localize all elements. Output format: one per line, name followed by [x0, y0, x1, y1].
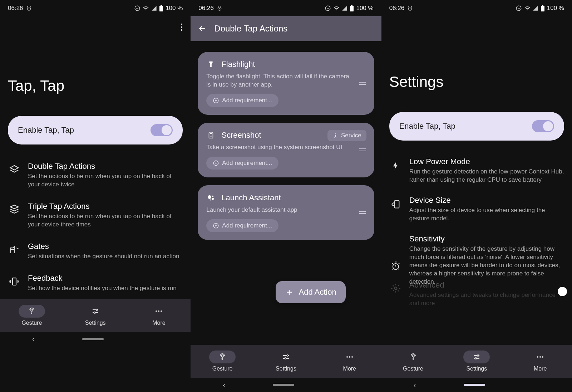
tap-icon	[28, 307, 36, 315]
back-arrow-icon[interactable]	[198, 24, 207, 33]
svg-point-31	[349, 356, 350, 358]
app-bar: Double Tap Actions	[191, 16, 381, 41]
svg-point-30	[346, 356, 348, 358]
add-requirement-chip[interactable]: Add requirement...	[206, 157, 278, 170]
svg-point-8	[31, 309, 33, 311]
status-time: 06:26	[198, 5, 214, 12]
add-action-fab[interactable]: Add Action	[276, 281, 345, 303]
svg-point-43	[475, 358, 477, 359]
svg-point-5	[181, 26, 182, 28]
system-back-icon[interactable]: ‹	[32, 335, 35, 343]
drag-handle-icon[interactable]	[359, 210, 366, 215]
appbar-title: Double Tap Actions	[214, 24, 287, 34]
status-time: 06:26	[8, 5, 23, 12]
menu-feedback[interactable]: Feedback Set how the device notifies you…	[8, 267, 183, 299]
nav-settings[interactable]: Settings	[254, 351, 318, 372]
menu-triple-tap[interactable]: Triple Tap Actions Set the actions to be…	[8, 195, 183, 235]
svg-rect-19	[209, 132, 213, 138]
action-title: Screenshot	[221, 131, 261, 140]
tap-icon	[218, 353, 227, 361]
svg-rect-17	[351, 5, 352, 6]
menu-title: Device Size	[409, 196, 564, 205]
svg-rect-37	[394, 200, 399, 208]
overflow-menu-icon[interactable]	[181, 23, 183, 31]
plus-circle-icon	[213, 97, 219, 104]
system-back-icon[interactable]: ‹	[223, 381, 225, 389]
chip-label: Service	[341, 132, 361, 139]
alarm-icon	[217, 5, 222, 11]
nav-more[interactable]: More	[318, 351, 381, 372]
svg-point-44	[537, 356, 538, 358]
system-home-pill[interactable]	[464, 384, 485, 386]
svg-rect-35	[541, 6, 544, 11]
nav-label: More	[343, 366, 356, 372]
more-icon	[154, 307, 163, 315]
menu-device-size[interactable]: Device Size Adjust the size of device to…	[389, 190, 564, 229]
menu-title: Low Power Mode	[409, 157, 564, 166]
svg-point-13	[161, 310, 162, 312]
menu-gates[interactable]: Gates Set situations when the gesture sh…	[8, 235, 183, 267]
battery-icon	[350, 5, 354, 11]
menu-low-power[interactable]: Low Power Mode Run the gesture detection…	[389, 151, 564, 190]
tap-icon	[409, 353, 418, 361]
nav-more[interactable]: More	[127, 305, 191, 326]
menu-title: Double Tap Actions	[28, 162, 183, 171]
battery-icon	[159, 5, 163, 11]
fab-label: Add Action	[299, 288, 336, 297]
signal-icon	[342, 5, 347, 11]
action-desc: Toggle the flashlight. This action will …	[206, 73, 365, 89]
svg-point-40	[394, 287, 397, 290]
action-card-flashlight[interactable]: Flashlight Toggle the flashlight. This a…	[198, 52, 374, 115]
svg-point-32	[351, 356, 353, 358]
drag-handle-icon[interactable]	[359, 147, 366, 152]
nav-label: Gesture	[212, 366, 233, 372]
chip-label: Add requirement...	[222, 97, 272, 104]
assistant-icon	[206, 193, 216, 202]
menu-desc: Set the actions to be run when you tap o…	[28, 212, 183, 229]
nav-gesture[interactable]: Gesture	[381, 351, 445, 372]
more-icon	[536, 353, 544, 361]
sliders-icon	[282, 353, 290, 361]
action-card-assistant[interactable]: Launch Assistant Launch your default ass…	[198, 185, 374, 240]
svg-rect-7	[13, 278, 16, 285]
toggle-switch[interactable]	[151, 124, 173, 136]
sliders-icon	[472, 353, 481, 361]
bottom-nav: Gesture Settings More	[0, 299, 191, 332]
action-card-screenshot[interactable]: Screenshot Service Take a screenshot usi…	[198, 123, 374, 177]
vibrate-icon	[8, 275, 21, 288]
enable-toggle-card[interactable]: Enable Tap, Tap	[8, 116, 183, 144]
action-desc: Take a screenshot using the system scree…	[206, 143, 365, 152]
enable-label: Enable Tap, Tap	[399, 122, 455, 131]
nav-label: Settings	[466, 366, 487, 372]
svg-point-4	[181, 24, 182, 25]
bolt-icon	[389, 159, 402, 172]
nav-gesture[interactable]: Gesture	[0, 305, 64, 326]
slider-thumb[interactable]	[558, 287, 567, 296]
add-requirement-chip[interactable]: Add requirement...	[206, 94, 278, 107]
svg-point-23	[212, 196, 213, 197]
menu-double-tap[interactable]: Double Tap Actions Set the actions to be…	[8, 155, 183, 195]
system-home-pill[interactable]	[82, 338, 104, 340]
panel-double-tap-actions: 06:26 100 % Double Tap Actions Flashligh…	[191, 0, 381, 392]
menu-desc: Set situations when the gesture should n…	[28, 253, 183, 261]
menu-title: Sensitivity	[409, 234, 564, 244]
system-home-pill[interactable]	[273, 384, 294, 386]
toggle-switch[interactable]	[532, 120, 554, 132]
status-battery: 100 %	[547, 5, 564, 12]
status-battery: 100 %	[356, 5, 373, 12]
menu-advanced[interactable]: Advanced Advanced settings and tweaks to…	[389, 275, 564, 313]
wifi-icon	[143, 5, 149, 11]
system-back-icon[interactable]: ‹	[414, 381, 416, 389]
device-gear-icon	[389, 198, 402, 211]
nav-settings[interactable]: Settings	[64, 305, 127, 326]
nav-settings[interactable]: Settings	[445, 351, 508, 372]
service-chip[interactable]: Service	[327, 130, 366, 141]
nav-more[interactable]: More	[508, 351, 572, 372]
action-title: Flashlight	[221, 60, 255, 69]
add-requirement-chip[interactable]: Add requirement...	[206, 219, 278, 232]
nav-gesture[interactable]: Gesture	[191, 351, 254, 372]
enable-toggle-card[interactable]: Enable Tap, Tap	[389, 112, 564, 141]
svg-rect-3	[161, 5, 162, 6]
drag-handle-icon[interactable]	[359, 81, 366, 86]
system-nav-bar: ‹	[381, 378, 572, 392]
